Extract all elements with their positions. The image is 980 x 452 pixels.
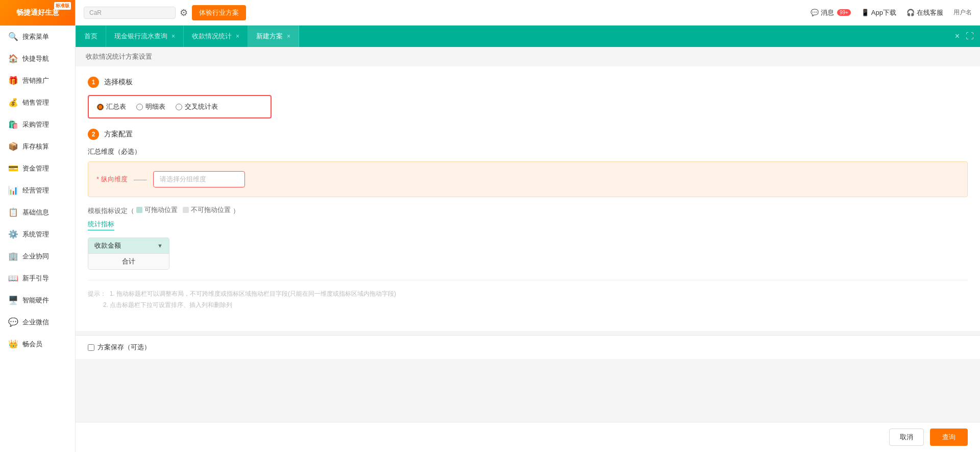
sidebar-item-hardware[interactable]: 🖥️智能硬件 [0,289,75,311]
tab-close-bank-flow[interactable]: × [172,33,175,40]
save-checkbox[interactable] [88,344,94,351]
topbar: ⚙ 体验行业方案 💬 消息 99+ 📱 App下载 🎧 在线客服 用户名 [76,0,980,26]
radio-detail-input[interactable] [136,104,143,110]
industry-btn[interactable]: 体验行业方案 [192,5,246,20]
system-label: 系统管理 [22,230,49,239]
footer-bar: 取消 查询 [76,422,980,452]
radio-group: 汇总表 明细表 交叉统计表 [97,102,218,111]
radio-cross-label: 交叉统计表 [185,102,218,111]
operation-icon: 📊 [8,185,18,195]
page-title-bar: 收款情况统计方案设置 [76,47,980,66]
tabs-right-controls: × ⛶ [949,26,980,47]
online-support-btn[interactable]: 🎧 在线客服 [906,8,943,17]
save-checkbox-label[interactable]: 方案保存（可选） [88,343,151,352]
metrics-section: 模板指标设定（ 可拖动位置 不可拖动位置 ） 统计指标 [88,205,968,270]
tab-label-new-scheme: 新建方案 [256,32,283,41]
messages-btn[interactable]: 💬 消息 99+ [811,8,851,17]
sidebar-item-wechat[interactable]: 💬企业微信 [0,311,75,333]
member-icon: 👑 [8,339,18,349]
step2-label: 方案配置 [104,130,133,139]
tab-label-collection-stats: 收款情况统计 [192,32,232,41]
page-title: 收款情况统计方案设置 [86,53,152,60]
metrics-total-row: 合计 [88,253,169,269]
hardware-label: 智能硬件 [22,296,49,305]
sidebar-item-system[interactable]: ⚙️系统管理 [0,223,75,245]
step1-section: 1 选择模板 汇总表 明细表 [88,77,968,118]
marketing-label: 营销推广 [22,76,49,85]
sidebar-item-search-menu[interactable]: 🔍搜索菜单 [0,26,75,47]
radio-cross[interactable]: 交叉统计表 [176,102,218,111]
inventory-icon: 📦 [8,141,18,151]
finance-label: 资金管理 [22,164,49,173]
finance-icon: 💳 [8,163,18,173]
metrics-table: 收款金额 ▼ 合计 [88,237,169,270]
content-area: 收款情况统计方案设置 1 选择模板 汇总表 [76,47,980,422]
operation-label: 经营管理 [22,186,49,195]
tab-close-new-scheme[interactable]: × [287,33,290,40]
sidebar-item-purchase[interactable]: 🛍️采购管理 [0,113,75,135]
online-support-label: 在线客服 [917,8,943,17]
sidebar-item-marketing[interactable]: 🎁营销推广 [0,69,75,91]
metrics-header[interactable]: 收款金额 ▼ [88,238,169,253]
wechat-icon: 💬 [8,317,18,327]
dimension-title: 汇总维度（必选） [88,147,968,156]
logo-badge: 标准版 [54,2,71,10]
radio-detail[interactable]: 明细表 [136,102,165,111]
sidebar-item-guide[interactable]: 📖新手引导 [0,267,75,289]
step1-header: 1 选择模板 [88,77,968,88]
messages-badge: 99+ [837,9,851,16]
radio-summary-input[interactable] [97,104,104,110]
step1-label: 选择模板 [104,78,133,87]
cancel-button[interactable]: 取消 [889,429,924,446]
tab-collection-stats[interactable]: 收款情况统计× [184,26,248,47]
tip2: 2. 点击标题栏下拉可设置排序、插入列和删除列 [88,300,968,311]
tab-close-collection-stats[interactable]: × [236,33,239,40]
metrics-column-name: 收款金额 [94,241,121,250]
sidebar-item-sales[interactable]: 💰销售管理 [0,91,75,113]
metrics-config-label: 模板指标设定（ 可拖动位置 不可拖动位置 ） [88,205,968,216]
tab-new-scheme[interactable]: 新建方案× [248,26,299,47]
sidebar-item-member[interactable]: 👑畅会员 [0,333,75,355]
main-area: ⚙ 体验行业方案 💬 消息 99+ 📱 App下载 🎧 在线客服 用户名 首页现… [76,0,980,452]
query-button[interactable]: 查询 [930,429,968,446]
dimension-area: * 纵向维度 —— 请选择分组维度 [88,161,968,197]
sidebar-logo: 畅捷通好生意 标准版 [0,0,75,26]
sidebar-item-inventory[interactable]: 📦库存核算 [0,135,75,157]
sidebar-item-quick-nav[interactable]: 🏠快捷导航 [0,47,75,69]
system-icon: ⚙️ [8,229,18,239]
window-close-icon[interactable]: × [955,32,960,41]
tab-home[interactable]: 首页 [76,26,106,47]
chevron-down-icon: ▼ [157,243,163,249]
gear-icon[interactable]: ⚙ [180,7,188,18]
sidebar-item-operation[interactable]: 📊经营管理 [0,179,75,201]
step1-number: 1 [88,77,99,88]
member-label: 畅会员 [22,340,42,349]
hardware-icon: 🖥️ [8,295,18,305]
sidebar-item-finance[interactable]: 💳资金管理 [0,157,75,179]
sidebar-item-basic-info[interactable]: 📋基础信息 [0,201,75,223]
radio-summary[interactable]: 汇总表 [97,102,126,111]
radio-cross-input[interactable] [176,104,182,110]
purchase-label: 采购管理 [22,120,49,129]
sales-label: 销售管理 [22,98,49,107]
app-download-btn[interactable]: 📱 App下载 [861,8,896,17]
window-maximize-icon[interactable]: ⛶ [966,32,974,41]
save-label: 方案保存（可选） [97,343,151,352]
wechat-label: 企业微信 [22,318,49,327]
template-selection-box: 汇总表 明细表 交叉统计表 [88,95,272,118]
tab-bank-flow[interactable]: 现金银行流水查询× [106,26,184,47]
dimension-select[interactable]: 请选择分组维度 [153,171,245,187]
legend-draggable: 可拖动位置 [136,205,178,215]
purchase-icon: 🛍️ [8,120,18,129]
app-icon: 📱 [861,9,869,16]
enterprise-icon: 🏢 [8,251,18,261]
step2-header: 2 方案配置 [88,129,968,140]
search-input[interactable] [84,7,176,19]
legend-fixed: 不可拖动位置 [183,205,231,215]
message-icon: 💬 [811,9,819,16]
legend-fixed-dot [183,207,189,213]
inventory-label: 库存核算 [22,142,49,151]
sidebar-item-enterprise[interactable]: 🏢企业协同 [0,245,75,267]
metrics-label-container: 统计指标 [88,220,968,234]
topbar-left: ⚙ 体验行业方案 [84,5,802,20]
